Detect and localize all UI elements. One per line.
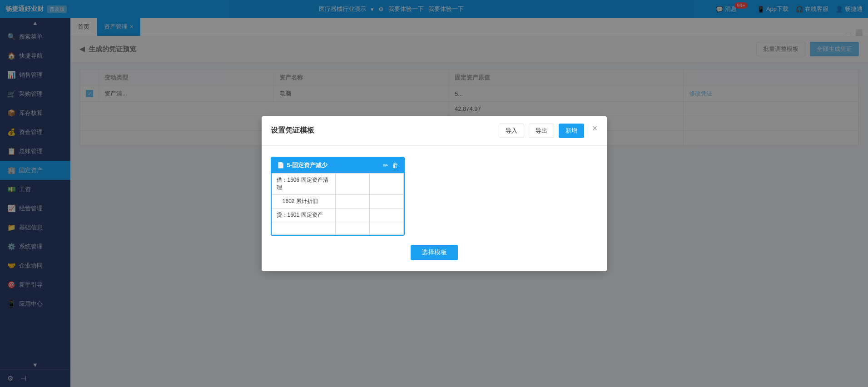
template-empty-row (272, 222, 403, 234)
export-btn[interactable]: 导出 (529, 124, 554, 138)
dialog-body: 📄 5-固定资产减少 ✏ 🗑 (262, 146, 607, 271)
dialog-close-btn[interactable]: × (592, 124, 598, 138)
template-entries-table: 借：1606 固定资产清理 1602 累计折旧 (272, 173, 404, 235)
debit-amount-1a (335, 173, 369, 194)
template-card-title: 📄 5-固定资产减少 (277, 161, 328, 169)
page-content: ◀ 生成的凭证预览 批量调整模板 全部生成凭证 (70, 36, 868, 387)
template-card-actions: ✏ 🗑 (383, 162, 398, 169)
debit-type-2: 1602 累计折旧 (272, 194, 335, 208)
credit-amount-1a (335, 208, 369, 222)
debit-amount-2a (335, 194, 369, 208)
modal-overlay: 设置凭证模板 导入 导出 新增 × (70, 36, 868, 387)
debit-amount-2b (369, 194, 403, 208)
template-edit-icon[interactable]: ✏ (383, 162, 388, 169)
main-layout: ▲ 🔍 搜索菜单 🏠 快捷导航 📊 销售管理 🛒 采购管理 (0, 18, 868, 387)
template-card: 📄 5-固定资产减少 ✏ 🗑 (271, 157, 405, 236)
template-delete-icon[interactable]: 🗑 (392, 162, 398, 169)
template-credit-row-1: 贷：1601 固定资产 (272, 208, 403, 222)
template-card-header: 📄 5-固定资产减少 ✏ 🗑 (272, 158, 404, 173)
credit-amount-1b (369, 208, 403, 222)
debit-type-1: 借：1606 固定资产清理 (272, 173, 335, 194)
template-debit-row-1: 借：1606 固定资产清理 (272, 173, 403, 194)
app-container: 畅捷通好业财 普及版 医疗器械行业演示 ▾ ⚙ 我要体验一下 我要体验一下 💬 … (0, 0, 868, 387)
new-template-btn[interactable]: 新增 (559, 124, 584, 138)
import-btn[interactable]: 导入 (499, 124, 524, 138)
template-debit-row-2: 1602 累计折旧 (272, 194, 403, 208)
content-area: 首页 资产管理 × — ⬜ ◀ 生成的凭证预览 (70, 18, 868, 387)
dialog-title: 设置凭证模板 (271, 126, 314, 135)
debit-amount-1b (369, 173, 403, 194)
select-template-area: 选择模板 (271, 245, 598, 260)
template-card-name: 5-固定资产减少 (287, 161, 328, 169)
credit-type-1: 贷：1601 固定资产 (272, 208, 335, 222)
empty-3 (369, 222, 403, 234)
template-card-doc-icon: 📄 (277, 162, 284, 169)
empty-1 (272, 222, 335, 234)
dialog-header: 设置凭证模板 导入 导出 新增 × (262, 116, 607, 146)
dialog-header-actions: 导入 导出 新增 × (499, 124, 598, 138)
dialog: 设置凭证模板 导入 导出 新增 × (262, 116, 607, 271)
select-template-btn[interactable]: 选择模板 (411, 245, 458, 260)
empty-2 (335, 222, 369, 234)
